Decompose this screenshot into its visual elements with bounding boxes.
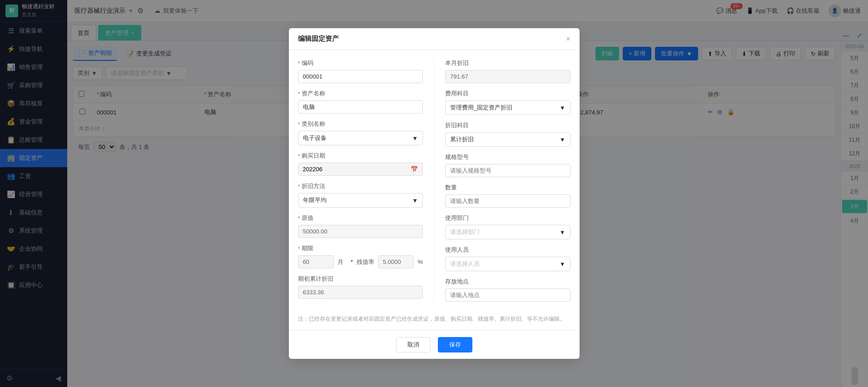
input-purchase-date[interactable]	[298, 163, 407, 175]
field-monthly-depreciation: 本月折旧	[445, 59, 570, 83]
note-text: 注：已经存在变更记录或者对应固定资产已经生成凭证，原值、购买日期、残值率、累计折…	[298, 316, 565, 322]
input-monthly-depreciation[interactable]	[445, 70, 570, 83]
modal-title: 编辑固定资产	[298, 35, 339, 43]
field-period-residual: * 期限 月 * 残值率 %	[298, 244, 423, 268]
expense-account-value: 管理费用_固定资产折旧	[450, 104, 512, 112]
expense-account-icon: ▼	[560, 104, 565, 111]
category-dropdown-icon: ▼	[412, 135, 418, 142]
select-depreciation-method[interactable]: 年限平均 ▼	[298, 193, 423, 208]
label-quantity: 数量	[445, 184, 570, 192]
select-user[interactable]: 请选择人员 ▼	[445, 257, 570, 271]
field-depreciation-account: 折旧科目 累计折旧 ▼	[445, 121, 570, 147]
residual-rate-label: 残值率	[357, 258, 374, 266]
modal-right-column: 本月折旧 费用科目 管理费用_固定资产折旧 ▼	[445, 59, 570, 302]
label-asset-name: * 资产名称	[298, 89, 423, 98]
select-expense-account[interactable]: 管理费用_固定资产折旧 ▼	[445, 100, 570, 115]
field-department: 使用部门 请选择部门 ▼	[445, 214, 570, 239]
input-period[interactable]	[298, 255, 334, 268]
field-depreciation-method: * 折旧方法 年限平均 ▼	[298, 182, 423, 208]
input-original-value[interactable]	[298, 225, 423, 238]
input-spec[interactable]	[445, 164, 570, 177]
field-purchase-date: * 购买日期 📅	[298, 152, 423, 176]
modal-close-button[interactable]: ×	[566, 35, 570, 43]
period-residual-row: 月 * 残值率 %	[298, 255, 423, 268]
department-placeholder: 请选择部门	[450, 228, 480, 236]
label-spec: 规格型号	[445, 153, 570, 161]
select-depreciation-account[interactable]: 累计折旧 ▼	[445, 132, 570, 147]
depreciation-method-value: 年限平均	[303, 196, 327, 204]
label-code: * 编码	[298, 59, 423, 67]
field-category: * 类别名称 电子设备 ▼	[298, 120, 423, 145]
calendar-icon[interactable]: 📅	[406, 163, 422, 175]
label-user: 使用人员	[445, 246, 570, 254]
field-quantity: 数量	[445, 184, 570, 208]
category-value-text: 电子设备	[303, 134, 327, 142]
modal-header: 编辑固定资产 ×	[289, 28, 580, 50]
input-residual-rate[interactable]	[378, 255, 414, 268]
label-period: * 期限	[298, 244, 423, 253]
label-depreciation-method: * 折旧方法	[298, 182, 423, 190]
label-expense-account: 费用科目	[445, 89, 570, 98]
label-location: 存放地点	[445, 278, 570, 286]
modal-overlay: 编辑固定资产 × * 编码	[0, 0, 868, 387]
modal-note: 注：已经存在变更记录或者对应固定资产已经生成凭证，原值、购买日期、残值率、累计折…	[289, 311, 580, 330]
label-category: * 类别名称	[298, 120, 423, 128]
field-location: 存放地点	[445, 278, 570, 302]
user-icon: ▼	[560, 261, 565, 268]
label-original-value: * 原值	[298, 214, 423, 222]
input-asset-name[interactable]	[298, 100, 423, 114]
input-quantity[interactable]	[445, 194, 570, 208]
field-expense-account: 费用科目 管理费用_固定资产折旧 ▼	[445, 89, 570, 115]
modal-footer: 取消 保存	[289, 330, 580, 359]
label-depreciation-account: 折旧科目	[445, 121, 570, 129]
purchase-date-input-wrap: 📅	[298, 163, 423, 176]
field-code: * 编码	[298, 59, 423, 83]
input-initial-accumulated[interactable]	[298, 286, 423, 299]
field-initial-accumulated: 期初累计折旧	[298, 275, 423, 299]
modal-left-column: * 编码 * 资产名称	[298, 59, 423, 302]
residual-rate-unit: %	[417, 258, 423, 265]
field-asset-name: * 资产名称	[298, 89, 423, 114]
label-monthly-depreciation: 本月折旧	[445, 59, 570, 67]
select-category[interactable]: 电子设备 ▼	[298, 131, 423, 145]
user-placeholder: 请选择人员	[450, 260, 480, 268]
department-icon: ▼	[560, 229, 565, 236]
column-divider	[434, 59, 434, 302]
period-unit: 月	[337, 258, 343, 266]
input-code[interactable]	[298, 70, 423, 83]
field-original-value: * 原值	[298, 214, 423, 238]
label-department: 使用部门	[445, 214, 570, 222]
field-spec: 规格型号	[445, 153, 570, 177]
modal-body: * 编码 * 资产名称	[289, 50, 580, 311]
depreciation-account-value: 累计折旧	[450, 135, 474, 144]
select-department[interactable]: 请选择部门 ▼	[445, 225, 570, 239]
label-purchase-date: * 购买日期	[298, 152, 423, 160]
modal-form-grid: * 编码 * 资产名称	[298, 59, 570, 302]
cancel-button[interactable]: 取消	[396, 337, 431, 352]
label-initial-accumulated: 期初累计折旧	[298, 275, 423, 283]
depreciation-account-icon: ▼	[560, 136, 565, 143]
depreciation-method-icon: ▼	[412, 197, 418, 204]
input-location[interactable]	[445, 288, 570, 302]
save-button[interactable]: 保存	[438, 337, 472, 352]
field-user: 使用人员 请选择人员 ▼	[445, 246, 570, 271]
edit-asset-modal: 编辑固定资产 × * 编码	[289, 28, 580, 359]
